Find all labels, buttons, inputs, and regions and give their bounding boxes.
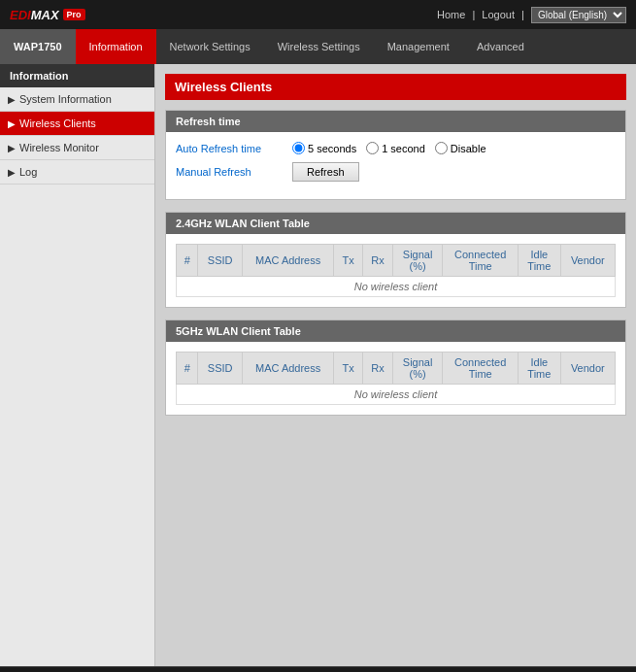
manual-refresh-row: Manual Refresh Refresh xyxy=(176,162,616,182)
col-mac: MAC Address xyxy=(242,245,333,277)
col-connected-5g: ConnectedTime xyxy=(443,353,519,385)
option-5sec[interactable]: 5 seconds xyxy=(292,142,356,154)
logo-pro: Pro xyxy=(63,9,85,20)
language-select[interactable]: Global (English) xyxy=(531,7,626,23)
logout-link[interactable]: Logout xyxy=(482,9,515,20)
nav-bar: WAP1750 Information Network Settings Wir… xyxy=(0,29,636,64)
col-rx-5g: Rx xyxy=(362,353,392,385)
sidebar-label-log: Log xyxy=(19,166,37,178)
logo-text: EDIMAX xyxy=(10,8,59,22)
col-connected: ConnectedTime xyxy=(443,245,519,277)
sidebar-item-log[interactable]: ▶ Log xyxy=(0,160,154,185)
sidebar-label-wireless-clients: Wireless Clients xyxy=(19,118,96,129)
footer: Copyright 2014 © EDIMAX Technology Co., … xyxy=(0,666,636,672)
table-24ghz-section: 2.4GHz WLAN Client Table # SSID MAC Addr… xyxy=(165,212,626,308)
col-signal: Signal(%) xyxy=(393,245,443,277)
header: EDIMAX Pro Home | Logout | Global (Engli… xyxy=(0,0,636,29)
manual-refresh-label: Manual Refresh xyxy=(176,166,292,178)
no-client-row-5ghz: No wireless client xyxy=(177,385,616,405)
table-5ghz-header: 5GHz WLAN Client Table xyxy=(166,320,625,342)
table-24ghz: # SSID MAC Address Tx Rx Signal(%) Conne… xyxy=(176,244,616,297)
radio-disable[interactable] xyxy=(435,142,448,154)
tab-wireless-settings[interactable]: Wireless Settings xyxy=(264,29,374,64)
content-wrapper: Information ▶ System Information ▶ Wirel… xyxy=(0,64,636,666)
sidebar-item-system-information[interactable]: ▶ System Information xyxy=(0,87,154,112)
col-ssid: SSID xyxy=(198,245,242,277)
tab-information[interactable]: Information xyxy=(76,29,156,64)
option-1sec[interactable]: 1 second xyxy=(366,142,425,154)
nav-tabs: Information Network Settings Wireless Se… xyxy=(76,29,538,64)
table-5ghz-body: # SSID MAC Address Tx Rx Signal(%) Conne… xyxy=(166,342,625,415)
arrow-icon: ▶ xyxy=(8,94,16,105)
arrow-icon: ▶ xyxy=(8,167,16,178)
home-link[interactable]: Home xyxy=(437,9,465,20)
col-tx: Tx xyxy=(334,245,363,277)
table-5ghz-header-row: # SSID MAC Address Tx Rx Signal(%) Conne… xyxy=(177,353,616,385)
option-disable[interactable]: Disable xyxy=(435,142,486,154)
tab-advanced[interactable]: Advanced xyxy=(463,29,538,64)
col-idle: IdleTime xyxy=(519,245,561,277)
sidebar-item-wireless-clients[interactable]: ▶ Wireless Clients xyxy=(0,112,154,136)
table-5ghz-section: 5GHz WLAN Client Table # SSID MAC Addres… xyxy=(165,319,626,416)
table-5ghz: # SSID MAC Address Tx Rx Signal(%) Conne… xyxy=(176,352,616,405)
refresh-button[interactable]: Refresh xyxy=(292,162,359,182)
sidebar-header: Information xyxy=(0,64,154,87)
table-24ghz-body: # SSID MAC Address Tx Rx Signal(%) Conne… xyxy=(166,234,625,307)
tab-network-settings[interactable]: Network Settings xyxy=(156,29,264,64)
tab-management[interactable]: Management xyxy=(374,29,463,64)
col-vendor: Vendor xyxy=(560,245,615,277)
main-content: Wireless Clients Refresh time Auto Refre… xyxy=(155,64,636,666)
refresh-options: 5 seconds 1 second Disable xyxy=(292,142,486,154)
table-24ghz-header: 2.4GHz WLAN Client Table xyxy=(166,213,625,234)
arrow-icon: ▶ xyxy=(8,118,16,129)
col-idle-5g: IdleTime xyxy=(519,353,561,385)
auto-refresh-label: Auto Refresh time xyxy=(176,143,292,154)
col-mac-5g: MAC Address xyxy=(242,353,333,385)
no-client-row-24ghz: No wireless client xyxy=(177,277,616,297)
arrow-icon: ▶ xyxy=(8,143,16,153)
label-disable: Disable xyxy=(451,143,486,154)
refresh-section-body: Auto Refresh time 5 seconds 1 second xyxy=(166,132,625,199)
col-vendor-5g: Vendor xyxy=(560,353,615,385)
col-hash: # xyxy=(177,245,198,277)
no-client-msg-5ghz: No wireless client xyxy=(177,385,616,405)
device-name: WAP1750 xyxy=(0,29,76,64)
logo: EDIMAX Pro xyxy=(10,8,85,22)
label-5sec: 5 seconds xyxy=(308,143,356,154)
col-tx-5g: Tx xyxy=(334,353,363,385)
radio-5sec[interactable] xyxy=(292,142,305,154)
sidebar-label-wireless-monitor: Wireless Monitor xyxy=(19,142,99,153)
label-1sec: 1 second xyxy=(382,143,425,154)
page-title: Wireless Clients xyxy=(165,74,626,100)
sidebar-label-system-information: System Information xyxy=(19,93,112,105)
col-signal-5g: Signal(%) xyxy=(393,353,443,385)
refresh-section: Refresh time Auto Refresh time 5 seconds… xyxy=(165,110,626,200)
radio-1sec[interactable] xyxy=(366,142,379,154)
col-ssid-5g: SSID xyxy=(198,353,242,385)
auto-refresh-row: Auto Refresh time 5 seconds 1 second xyxy=(176,142,616,154)
sidebar: Information ▶ System Information ▶ Wirel… xyxy=(0,64,155,666)
col-hash-5g: # xyxy=(177,353,198,385)
header-nav: Home | Logout | Global (English) xyxy=(437,7,626,23)
col-rx: Rx xyxy=(362,245,392,277)
table-24ghz-header-row: # SSID MAC Address Tx Rx Signal(%) Conne… xyxy=(177,245,616,277)
sidebar-item-wireless-monitor[interactable]: ▶ Wireless Monitor xyxy=(0,136,154,160)
refresh-section-header: Refresh time xyxy=(166,111,625,132)
no-client-msg-24ghz: No wireless client xyxy=(177,277,616,297)
